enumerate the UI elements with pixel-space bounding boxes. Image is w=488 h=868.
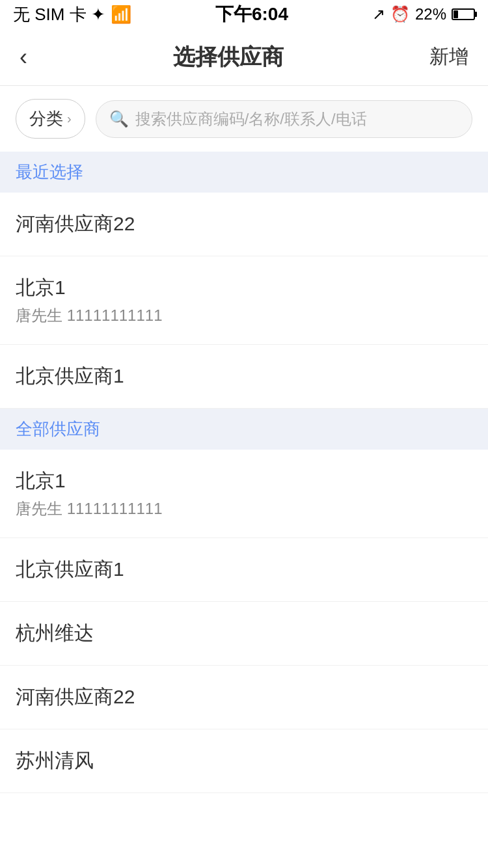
back-button[interactable]: ‹ (13, 37, 34, 77)
list-item[interactable]: 北京1唐先生 11111111111 (0, 256, 488, 345)
item-name: 北京供应商1 (16, 556, 472, 583)
status-bar: 无 SIM 卡 ✦ 📶 下午6:04 ↗ ⏰ 22% (0, 0, 488, 29)
location-icon: ↗ (372, 5, 385, 23)
battery-percent: 22% (415, 5, 446, 23)
item-name: 北京供应商1 (16, 363, 472, 390)
recent-list: 河南供应商22北京1唐先生 11111111111北京供应商1 (0, 193, 488, 409)
filter-bar: 分类 › 🔍 搜索供应商编码/名称/联系人/电话 (0, 86, 488, 152)
battery-icon (452, 8, 475, 20)
sim-status: 无 SIM 卡 ✦ (13, 3, 105, 26)
all-section-header: 全部供应商 (0, 409, 488, 450)
search-bar[interactable]: 🔍 搜索供应商编码/名称/联系人/电话 (96, 100, 472, 138)
list-item[interactable]: 河南供应商22 (0, 666, 488, 729)
all-list: 北京1唐先生 11111111111北京供应商1杭州维达河南供应商22苏州清风 (0, 450, 488, 793)
list-item[interactable]: 杭州维达 (0, 602, 488, 666)
chevron-icon: › (67, 111, 72, 126)
item-name: 北京1 (16, 275, 472, 301)
recent-section-header: 最近选择 (0, 152, 488, 193)
item-sub: 唐先生 11111111111 (16, 498, 472, 519)
wifi-icon: 📶 (111, 5, 131, 25)
item-name: 杭州维达 (16, 620, 472, 647)
nav-bar: ‹ 选择供应商 新增 (0, 29, 488, 86)
item-name: 河南供应商22 (16, 211, 472, 237)
list-item[interactable]: 北京1唐先生 11111111111 (0, 450, 488, 538)
status-left: 无 SIM 卡 ✦ 📶 (13, 3, 131, 26)
list-item[interactable]: 北京供应商1 (0, 538, 488, 602)
list-item[interactable]: 河南供应商22 (0, 193, 488, 256)
add-button[interactable]: 新增 (423, 37, 475, 77)
all-section-label: 全部供应商 (16, 419, 100, 439)
item-name: 北京1 (16, 468, 472, 495)
category-label: 分类 (29, 107, 63, 130)
list-item[interactable]: 北京供应商1 (0, 345, 488, 409)
search-placeholder: 搜索供应商编码/名称/联系人/电话 (135, 109, 367, 129)
status-right: ↗ ⏰ 22% (372, 5, 475, 23)
list-item[interactable]: 苏州清风 (0, 729, 488, 793)
category-button[interactable]: 分类 › (16, 99, 85, 139)
status-time: 下午6:04 (215, 2, 288, 27)
item-name: 河南供应商22 (16, 684, 472, 711)
item-sub: 唐先生 11111111111 (16, 305, 472, 326)
page-title: 选择供应商 (173, 42, 284, 72)
search-icon: 🔍 (109, 110, 129, 128)
item-name: 苏州清风 (16, 748, 472, 774)
recent-section-label: 最近选择 (16, 162, 83, 182)
alarm-icon: ⏰ (390, 5, 410, 23)
